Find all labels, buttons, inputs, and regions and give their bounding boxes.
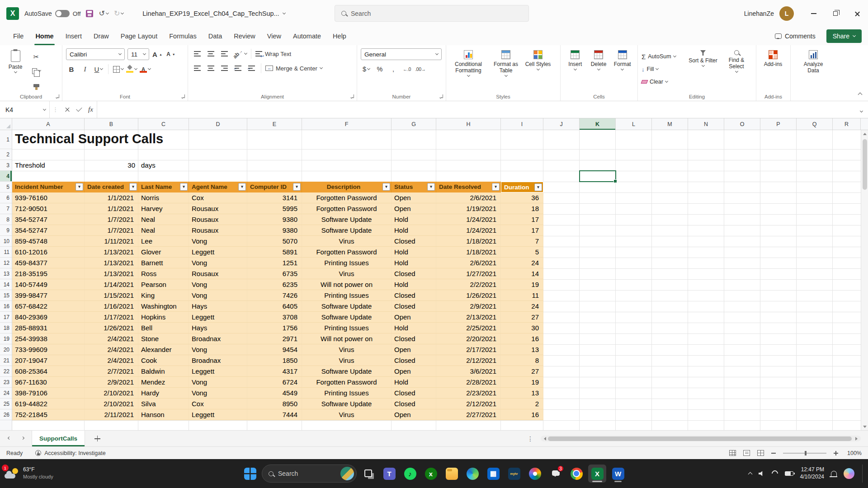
row-header[interactable]: 8 <box>0 214 12 225</box>
user-name[interactable]: LinehanZe <box>744 10 774 17</box>
cell-status[interactable]: Open <box>392 366 436 377</box>
cell-date-resolved[interactable]: 2/28/2021 <box>436 377 501 388</box>
cell-agent-name[interactable]: Leggett <box>189 247 247 258</box>
cell-status[interactable]: Hold <box>392 279 436 290</box>
cell-date-created[interactable]: 1/13/2021 <box>85 258 138 268</box>
name-box[interactable]: K4 <box>0 101 50 118</box>
align-left-button[interactable] <box>192 63 203 74</box>
cell-duration[interactable]: 27 <box>501 366 543 377</box>
filter-dropdown-icon[interactable] <box>75 183 83 191</box>
chevron-down-icon[interactable] <box>574 67 577 70</box>
chevron-down-icon[interactable] <box>148 67 151 70</box>
cell-status[interactable]: Closed <box>392 236 436 247</box>
column-header[interactable]: N <box>688 118 724 130</box>
filter-dropdown-icon[interactable] <box>534 183 542 191</box>
row-header[interactable]: 13 <box>0 268 12 279</box>
cell-agent-name[interactable]: Vong <box>189 388 247 399</box>
currency-button[interactable]: $ <box>361 64 372 75</box>
cell-computer-id[interactable]: 8950 <box>247 399 302 409</box>
fill-color-button[interactable] <box>126 64 137 75</box>
cell-last-name[interactable]: Baldwin <box>138 366 189 377</box>
task-view-icon[interactable] <box>359 465 377 483</box>
cell-description[interactable]: Forgotten Password <box>302 192 392 203</box>
table-header-cell[interactable]: Date created <box>85 182 138 192</box>
cell-agent-name[interactable]: Vong <box>189 290 247 301</box>
cell-agent-name[interactable]: Leggett <box>189 409 247 420</box>
cell-duration[interactable]: 27 <box>501 312 543 323</box>
chevron-down-icon[interactable] <box>597 67 600 70</box>
cell-duration[interactable]: 2 <box>501 399 543 409</box>
chrome-icon[interactable] <box>567 465 585 483</box>
cell-last-name[interactable]: Pearson <box>138 279 189 290</box>
cell-incident-number[interactable]: 859-45748 <box>12 236 85 247</box>
row-header[interactable]: 22 <box>0 366 12 377</box>
row-header[interactable]: 1 <box>0 130 12 149</box>
cell-agent-name[interactable]: Cox <box>189 192 247 203</box>
cell-computer-id[interactable]: 6735 <box>247 268 302 279</box>
cell-date-resolved[interactable]: 2/6/2021 <box>436 192 501 203</box>
row-header[interactable]: 20 <box>0 344 12 355</box>
clipboard-dialog-launcher[interactable] <box>56 94 59 98</box>
column-header-selected[interactable]: K <box>580 118 616 130</box>
cell-duration[interactable]: 17 <box>501 225 543 236</box>
battery-icon[interactable] <box>785 471 793 476</box>
cell-status[interactable]: Closed <box>392 388 436 399</box>
cell-date-resolved[interactable]: 2/12/2021 <box>436 355 501 366</box>
cell-agent-name[interactable]: Leggett <box>189 366 247 377</box>
notification-bell-icon[interactable] <box>831 471 837 476</box>
cell-status[interactable]: Open <box>392 409 436 420</box>
cell-description[interactable]: Forgotten Password <box>302 377 392 388</box>
chevron-down-icon[interactable] <box>536 67 539 70</box>
table-header-cell[interactable]: Status <box>392 182 436 192</box>
cell-computer-id[interactable]: 5070 <box>247 236 302 247</box>
cell-status[interactable]: Closed <box>392 268 436 279</box>
cell-last-name[interactable]: King <box>138 290 189 301</box>
table-header-cell[interactable]: Agent Name <box>189 182 247 192</box>
cell-date-created[interactable]: 1/26/2021 <box>85 323 138 333</box>
word-icon[interactable]: W <box>609 465 627 483</box>
row-header[interactable]: 25 <box>0 399 12 409</box>
tab-view[interactable]: View <box>261 27 287 45</box>
row-header[interactable]: 23 <box>0 377 12 388</box>
cell-status[interactable]: Closed <box>392 399 436 409</box>
column-header[interactable]: O <box>724 118 760 130</box>
start-button[interactable] <box>241 465 259 483</box>
font-size-select[interactable]: 11 <box>127 48 149 60</box>
volume-icon[interactable] <box>759 471 765 476</box>
horizontal-scroll-thumb[interactable] <box>548 436 852 441</box>
cell-last-name[interactable]: Silva <box>138 399 189 409</box>
analyze-data-button[interactable]: Analyze Data <box>799 48 828 93</box>
tab-formulas[interactable]: Formulas <box>163 27 202 45</box>
cell-styles-button[interactable]: Cell Styles <box>525 48 551 93</box>
cell-status[interactable]: Hold <box>392 214 436 225</box>
cell-status[interactable]: Closed <box>392 355 436 366</box>
excel-icon[interactable]: X <box>588 465 606 483</box>
select-all-corner[interactable] <box>0 118 12 130</box>
page-layout-view-button[interactable] <box>743 450 750 456</box>
cell-agent-name[interactable]: Rousaux <box>189 225 247 236</box>
zoom-level[interactable]: 100% <box>845 450 862 456</box>
table-header-cell[interactable]: Incident Number <box>12 182 85 192</box>
tab-home[interactable]: Home <box>29 27 59 45</box>
cell-agent-name[interactable]: Vong <box>189 279 247 290</box>
cell-date-created[interactable]: 1/1/2021 <box>85 192 138 203</box>
paste-button[interactable]: Paste <box>4 48 27 93</box>
hidden-icons-button[interactable] <box>749 469 752 478</box>
chevron-down-icon[interactable] <box>106 11 109 14</box>
underline-button[interactable]: U <box>93 64 104 75</box>
cell-description[interactable]: Printing Issues <box>302 258 392 268</box>
cell-last-name[interactable]: Norris <box>138 192 189 203</box>
cell-incident-number[interactable]: 354-52747 <box>12 225 85 236</box>
cell-date-resolved[interactable]: 2/23/2021 <box>436 388 501 399</box>
column-header[interactable]: Q <box>797 118 833 130</box>
column-header[interactable]: F <box>302 118 392 130</box>
cell-duration[interactable]: 16 <box>501 409 543 420</box>
cell-incident-number[interactable]: 398-79106 <box>12 388 85 399</box>
cell-computer-id[interactable]: 5995 <box>247 203 302 214</box>
cell-last-name[interactable]: Barnett <box>138 258 189 268</box>
font-color-button[interactable] <box>140 64 151 75</box>
wifi-icon[interactable] <box>770 469 779 478</box>
copilot-icon[interactable] <box>844 468 854 479</box>
row-header[interactable]: 3 <box>0 160 12 171</box>
cell-computer-id[interactable]: 6724 <box>247 377 302 388</box>
